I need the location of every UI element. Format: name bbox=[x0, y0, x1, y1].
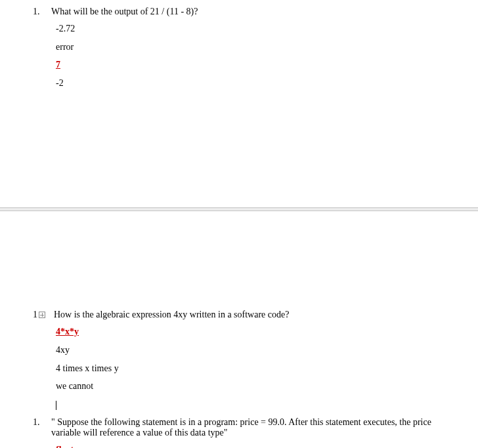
spacer bbox=[33, 218, 445, 310]
question-number: 1. bbox=[33, 7, 46, 17]
question-text: How is the algebraic expression 4xy writ… bbox=[54, 310, 445, 320]
question-1: 1. What will be the output of 21 / (11 -… bbox=[33, 7, 445, 89]
question-2: 1 How is the algebraic expression 4xy wr… bbox=[33, 310, 445, 411]
question-2-3-section: 1 How is the algebraic expression 4xy wr… bbox=[0, 211, 478, 448]
text-cursor-icon bbox=[56, 401, 56, 410]
question-1-section: 1. What will be the output of 21 / (11 -… bbox=[0, 0, 478, 207]
question-3-header: 1. " Suppose the following statement is … bbox=[33, 417, 445, 438]
expand-icon[interactable] bbox=[39, 312, 45, 318]
question-text: " Suppose the following statement is in … bbox=[51, 417, 445, 438]
answer-option: we cannot bbox=[56, 380, 445, 393]
question-text: What will be the output of 21 / (11 - 8)… bbox=[51, 7, 445, 17]
answer-option-correct: 7 bbox=[56, 58, 445, 71]
question-2-header: 1 How is the algebraic expression 4xy wr… bbox=[33, 310, 445, 320]
question-number: 1 bbox=[33, 310, 51, 320]
spacer bbox=[33, 96, 445, 201]
answer-option-correct: 4*x*y bbox=[56, 325, 445, 338]
question-number: 1. bbox=[33, 417, 46, 428]
answer-option: 4xy bbox=[56, 344, 445, 357]
answer-option: error bbox=[56, 41, 445, 54]
answer-list-2: 4*x*y 4xy 4 times x times y we cannot bbox=[56, 325, 445, 411]
answer-list-1: -2.72 error 7 -2 bbox=[56, 22, 445, 89]
answer-option-correct: float bbox=[56, 443, 445, 448]
question-1-header: 1. What will be the output of 21 / (11 -… bbox=[33, 7, 445, 17]
question-number-text: 1 bbox=[33, 310, 37, 320]
answer-list-3: float currency str int bbox=[56, 443, 445, 448]
answer-option: -2 bbox=[56, 77, 445, 90]
question-3: 1. " Suppose the following statement is … bbox=[33, 417, 445, 448]
text-cursor-line bbox=[56, 398, 445, 411]
answer-option: 4 times x times y bbox=[56, 362, 445, 375]
answer-option: -2.72 bbox=[56, 22, 445, 35]
